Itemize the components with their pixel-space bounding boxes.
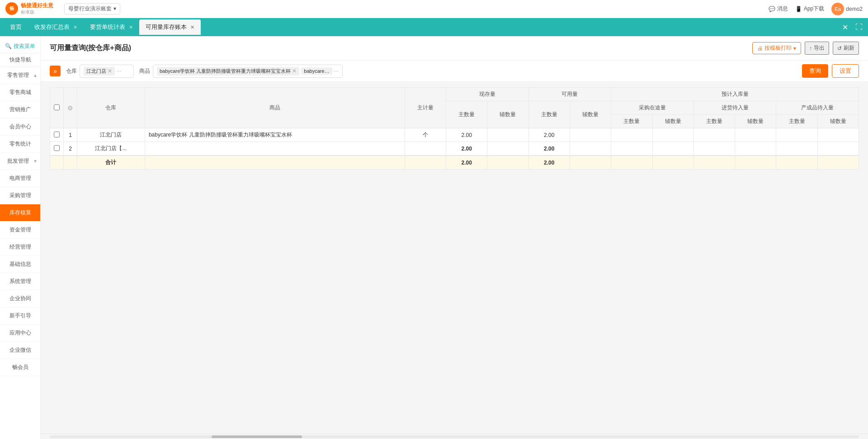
footer-pt-aux <box>652 156 693 170</box>
row1-checkbox[interactable] <box>50 128 64 142</box>
sidebar-item-member[interactable]: 会员中心 <box>0 118 40 136</box>
nav-tabs: 首页 收发存汇总表 ✕ 要货单统计表 ✕ 可用量库存账本 ✕ ✕ ⛶ <box>0 18 868 36</box>
sidebar-item-marketing[interactable]: 营销推广 <box>0 101 40 118</box>
header-ip-aux: 辅数量 <box>735 115 776 128</box>
sidebar-quicknav[interactable]: 快捷导航 <box>0 53 40 67</box>
tab-available-stock[interactable]: 可用量库存账本 ✕ <box>139 19 201 35</box>
filter-expand-button[interactable]: » <box>50 66 61 76</box>
sidebar-item-wholesale-arrow: ▼ <box>33 159 38 164</box>
logo-sub: 标准版 <box>21 9 53 15</box>
row1-pt-aux <box>652 128 693 142</box>
sidebar-item-retail-mgmt[interactable]: 零售管理 ▲ <box>0 67 40 84</box>
footer-idx <box>64 156 77 170</box>
sidebar-item-collab[interactable]: 企业协同 <box>0 290 40 307</box>
sidebar-item-purchase[interactable]: 采购管理 <box>0 187 40 204</box>
logo-text-block: 畅捷通好生意 标准版 <box>21 2 53 15</box>
row2-check[interactable] <box>54 145 60 151</box>
scroll-track[interactable] <box>50 435 859 438</box>
footer-pp-aux <box>817 156 859 170</box>
scroll-thumb[interactable] <box>212 435 302 438</box>
select-all-checkbox[interactable] <box>54 104 60 110</box>
sidebar: 🔍 搜索菜单 快捷导航 零售管理 ▲ 零售商城 营销推广 会员中心 零售统计 批… <box>0 36 41 439</box>
tab-home[interactable]: 首页 <box>4 19 28 35</box>
print-button[interactable]: 🖨 按模板打印 ▾ <box>752 42 801 54</box>
sidebar-item-app-center[interactable]: 应用中心 <box>0 325 40 342</box>
product-filter-input[interactable]: babycare学饮杯 儿童防摔防撞吸管杯重力球吸嘴杯宝宝水杯 ✕ babyca… <box>153 65 343 78</box>
tab-receive-summary[interactable]: 收发存汇总表 ✕ <box>28 19 84 35</box>
message-label: 消息 <box>777 5 788 13</box>
row1-pp-aux <box>817 128 859 142</box>
sidebar-item-finance-label: 资金管理 <box>3 226 38 234</box>
expand-icon: » <box>53 67 57 75</box>
export-label: 导出 <box>814 44 825 52</box>
sidebar-item-finance[interactable]: 资金管理 <box>0 222 40 239</box>
row2-index: 2 <box>64 142 77 156</box>
sidebar-item-basic-info[interactable]: 基础信息 <box>0 256 40 273</box>
export-icon: ↑ <box>809 45 812 52</box>
row2-checkbox[interactable] <box>50 142 64 156</box>
warehouse-more-icon[interactable]: ··· <box>117 68 121 74</box>
tab-order-stats[interactable]: 要货单统计表 ✕ <box>84 19 139 35</box>
warehouse-filter-tag: 江北门店 ✕ <box>84 67 115 76</box>
sidebar-item-retail-stats[interactable]: 零售统计 <box>0 136 40 153</box>
settings-button[interactable]: 设置 <box>832 64 859 78</box>
row2-pp-aux <box>817 142 859 156</box>
sidebar-item-ecommerce[interactable]: 电商管理 <box>0 170 40 187</box>
table-container: ⚙ 仓库 商品 主计量 现存量 可用量 预计入库量 主数量 辅数量 主数量 辅数… <box>41 82 868 434</box>
tab-order-stats-close[interactable]: ✕ <box>129 24 133 30</box>
row1-check[interactable] <box>54 132 60 137</box>
product-tag2-value: babycare… <box>304 68 329 74</box>
tab-order-stats-label: 要货单统计表 <box>90 23 125 31</box>
header-warehouse: 仓库 <box>77 88 145 128</box>
footer-label: 合计 <box>77 156 145 170</box>
user-profile[interactable]: Ea demo2 <box>831 3 863 15</box>
row2-warehouse: 江北门店【... <box>77 142 145 156</box>
sidebar-item-member2[interactable]: 畅会员 <box>0 359 40 376</box>
sidebar-item-inventory[interactable]: 库存核算 <box>0 204 40 222</box>
sidebar-item-basic-info-label: 基础信息 <box>3 260 38 268</box>
header-checkbox[interactable] <box>50 88 64 128</box>
query-button[interactable]: 查询 <box>802 64 828 78</box>
close-all-tabs-button[interactable]: ✕ <box>840 21 850 33</box>
sidebar-item-wechat[interactable]: 企业微信 <box>0 342 40 359</box>
bottom-scroll <box>41 434 868 439</box>
header-pp-main: 主数量 <box>776 115 817 128</box>
message-icon: 💬 <box>769 6 775 12</box>
warehouse-tag-remove[interactable]: ✕ <box>108 68 112 74</box>
header-pp-aux: 辅数量 <box>817 115 859 128</box>
message-button[interactable]: 💬 消息 <box>769 5 788 13</box>
sidebar-item-marketing-label: 营销推广 <box>3 106 38 113</box>
industry-selector[interactable]: 母婴行业演示账套 ▾ <box>64 3 120 14</box>
sidebar-item-system[interactable]: 系统管理 <box>0 273 40 290</box>
app-download-button[interactable]: 📱 App下载 <box>795 5 824 13</box>
header-available: 可用量 <box>528 88 611 101</box>
product-filter-tag2: babycare… <box>301 67 332 75</box>
table-row: 2 江北门店【... 2.00 2.00 <box>50 142 859 156</box>
sidebar-item-retail-mall[interactable]: 零售商城 <box>0 84 40 101</box>
sidebar-item-operations-label: 经营管理 <box>3 243 38 251</box>
expand-button[interactable]: ⛶ <box>854 21 864 33</box>
gear-icon[interactable]: ⚙ <box>67 104 73 112</box>
sidebar-item-operations[interactable]: 经营管理 <box>0 239 40 256</box>
sidebar-item-guide[interactable]: 新手引导 <box>0 307 40 325</box>
row1-ip-main <box>693 128 735 142</box>
sidebar-item-ecommerce-label: 电商管理 <box>3 175 38 182</box>
tab-receive-summary-close[interactable]: ✕ <box>73 24 77 30</box>
footer-pt-main <box>611 156 652 170</box>
footer-current-aux <box>487 156 528 170</box>
product-more-icon[interactable]: ··· <box>334 68 339 74</box>
export-button[interactable]: ↑ 导出 <box>805 42 829 55</box>
sidebar-search[interactable]: 🔍 搜索菜单 <box>0 40 40 53</box>
header-settings[interactable]: ⚙ <box>64 88 77 128</box>
warehouse-filter-input[interactable]: 江北门店 ✕ ··· <box>80 65 134 78</box>
sidebar-item-retail-mall-label: 零售商城 <box>3 89 38 96</box>
content-area: 可用量查询(按仓库+商品) 🖨 按模板打印 ▾ ↑ 导出 ↺ 刷新 <box>41 36 868 439</box>
row1-pp-main <box>776 128 817 142</box>
product-tag-remove[interactable]: ✕ <box>292 68 297 74</box>
sidebar-item-retail-mgmt-label: 零售管理 <box>3 71 33 79</box>
header-current-main: 主数量 <box>446 101 487 128</box>
sidebar-item-wholesale[interactable]: 批发管理 ▼ <box>0 153 40 170</box>
refresh-button[interactable]: ↺ 刷新 <box>833 42 859 55</box>
app-download-label: App下载 <box>804 5 824 13</box>
tab-available-stock-close[interactable]: ✕ <box>190 24 194 30</box>
